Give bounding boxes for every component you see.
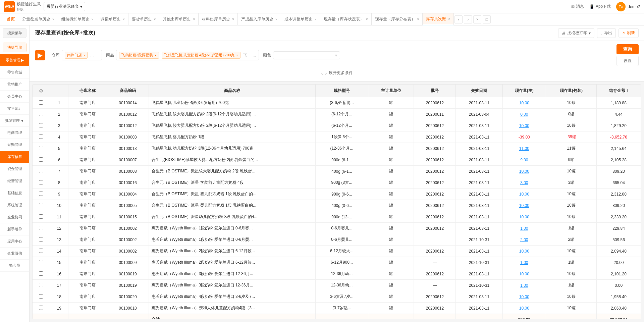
cell-checkbox[interactable] [33, 131, 50, 143]
app-download-btn[interactable]: 📱 App下载 [589, 4, 611, 9]
tab-close-icon[interactable]: × [315, 17, 317, 21]
cell-stock-main[interactable]: 1.00 [502, 280, 546, 291]
cell-checkbox[interactable] [33, 234, 50, 246]
sidebar-item-wholesale[interactable]: 批发管理 ▼ [0, 115, 29, 127]
user-menu[interactable]: Ea demo2 [616, 2, 640, 11]
row-checkbox[interactable] [39, 123, 43, 127]
tab-home[interactable]: 首页 [3, 13, 19, 25]
tab-close-icon[interactable]: × [92, 17, 94, 21]
tab-xian-cun-fenbu[interactable]: 现存量（库存分布表） × [372, 13, 423, 25]
cell-checkbox[interactable] [33, 166, 50, 177]
org-selector[interactable]: 母婴行业演示账套 ▾ [44, 2, 85, 11]
row-checkbox[interactable] [39, 214, 43, 219]
cell-checkbox[interactable] [33, 143, 50, 154]
cell-checkbox[interactable] [33, 291, 50, 303]
tab-close-icon[interactable]: × [193, 17, 195, 21]
tab-close-all-btn[interactable]: × [473, 15, 481, 23]
row-checkbox[interactable] [39, 226, 43, 230]
tab-close-icon[interactable]: × [123, 17, 125, 21]
tab-prev-btn[interactable]: ‹ [454, 15, 463, 23]
cell-stock-main[interactable]: 10.00 [502, 200, 546, 211]
export-btn[interactable]: ↓ 导出 [597, 28, 616, 38]
cell-checkbox[interactable] [33, 268, 50, 280]
cell-checkbox[interactable] [33, 246, 50, 257]
row-checkbox[interactable] [39, 100, 43, 105]
sidebar-item-ecommerce[interactable]: 电商管理 [0, 127, 29, 139]
cell-stock-main[interactable]: 1.00 [502, 257, 546, 268]
expand-more-btn[interactable]: ⌄⌄ 展开更多条件 [35, 68, 639, 78]
warehouse-input[interactable]: 南岸门店 × ... [62, 50, 102, 60]
expand-filter-btn[interactable]: ▶ [35, 50, 45, 60]
tab-close-icon[interactable]: × [448, 17, 450, 21]
settings-btn[interactable]: 设置 [616, 56, 639, 66]
cell-checkbox[interactable] [33, 303, 50, 314]
tab-zu-chai[interactable]: 组装拆卸单历史 × [58, 13, 97, 25]
sidebar-item-app-center[interactable]: 应用中心 [0, 235, 29, 248]
cell-stock-main[interactable]: 2.00 [502, 234, 546, 246]
row-checkbox[interactable] [39, 157, 43, 162]
col-settings[interactable]: ⚙ [33, 85, 50, 97]
row-checkbox[interactable] [39, 283, 43, 287]
cell-stock-main[interactable]: 10.00 [502, 268, 546, 280]
cell-checkbox[interactable] [33, 97, 50, 109]
tab-chan-pin-ru[interactable]: 产成品入库单历史 × [238, 13, 281, 25]
cell-stock-main[interactable]: 10.00 [502, 211, 546, 223]
cell-checkbox[interactable] [33, 280, 50, 291]
product-input[interactable]: 飞鹤奶粉3段两提装 × 飞鹤星飞帆 儿童奶粉 4段(3-6岁适用) 700克 ×… [116, 50, 259, 60]
sidebar-item-retail-mgmt[interactable]: 零售管理 ▶ [0, 54, 29, 66]
sidebar-item-retail-stats[interactable]: 零售统计 [0, 103, 29, 115]
cell-stock-main[interactable]: 0.00 [502, 109, 546, 120]
tab-qi-ta-chu[interactable]: 其他出库单历史 × [159, 13, 199, 25]
tab-close-icon[interactable]: × [52, 17, 54, 21]
message-btn[interactable]: ✉ 消息 [571, 4, 584, 9]
row-checkbox[interactable] [39, 112, 43, 116]
row-checkbox[interactable] [39, 180, 43, 184]
cell-checkbox[interactable] [33, 257, 50, 268]
cell-stock-main[interactable]: 1.00 [502, 223, 546, 234]
tab-xian-cun-kuzhuang[interactable]: 现存量（库存状况表） × [320, 13, 372, 25]
row-checkbox[interactable] [39, 135, 43, 139]
tab-yao-huo[interactable]: 要货单历史 × [128, 13, 160, 25]
sidebar-item-operations[interactable]: 经营管理 [0, 175, 29, 187]
cell-stock-main[interactable]: 10.00 [502, 120, 546, 131]
product-tag-1-close[interactable]: × [154, 53, 156, 57]
cell-stock-main[interactable]: 10.00 [502, 166, 546, 177]
tab-next-btn[interactable]: › [464, 15, 472, 23]
cell-stock-main[interactable]: 9.00 [502, 154, 546, 166]
tab-ku-cun-pizhang[interactable]: 库存批次账 × [423, 13, 454, 25]
row-checkbox[interactable] [39, 260, 43, 264]
refresh-btn[interactable]: ↻ 刷新 [619, 28, 639, 38]
sidebar-item-new-guide[interactable]: 新手引导 [0, 223, 29, 235]
row-checkbox[interactable] [39, 306, 43, 310]
row-checkbox[interactable] [39, 146, 43, 150]
cell-stock-main[interactable]: 10.00 [502, 303, 546, 314]
row-checkbox[interactable] [39, 271, 43, 276]
sidebar-item-basic[interactable]: 基础信息 [0, 187, 29, 199]
tab-fen-pan[interactable]: 分量盘点单历史 × [19, 13, 58, 25]
cell-checkbox[interactable] [33, 177, 50, 189]
row-checkbox[interactable] [39, 203, 43, 207]
tab-cai-liao-chu[interactable]: 材料出库单历史 × [199, 13, 238, 25]
info-icon[interactable]: ℹ [627, 89, 628, 93]
cell-stock-main[interactable]: 10.00 [502, 246, 546, 257]
cell-checkbox[interactable] [33, 120, 50, 131]
tab-close-icon[interactable]: × [275, 17, 277, 21]
cell-checkbox[interactable] [33, 200, 50, 211]
row-checkbox[interactable] [39, 294, 43, 299]
sidebar-item-enterprise-wx[interactable]: 企业微信 [0, 248, 29, 260]
tab-menu-btn[interactable]: □ [483, 15, 491, 23]
product-tag-2-close[interactable]: × [236, 53, 238, 57]
sidebar-item-finance[interactable]: 资金管理 [0, 163, 29, 175]
cell-stock-main[interactable]: 10.00 [502, 189, 546, 200]
row-checkbox[interactable] [39, 249, 43, 253]
tab-close-icon[interactable]: × [232, 17, 234, 21]
row-checkbox[interactable] [39, 237, 43, 241]
tab-cheng-ben[interactable]: 成本调整单历史 × [281, 13, 320, 25]
sidebar-item-marketing[interactable]: 营销推广 [0, 78, 29, 91]
sidebar-item-retail-mall[interactable]: 零售商城 [0, 66, 29, 78]
cell-checkbox[interactable] [33, 211, 50, 223]
cell-stock-main[interactable]: -39.00 [502, 131, 546, 143]
cell-stock-main[interactable]: 11.00 [502, 143, 546, 154]
cell-stock-main[interactable]: 10.00 [502, 291, 546, 303]
row-checkbox[interactable] [39, 169, 43, 173]
